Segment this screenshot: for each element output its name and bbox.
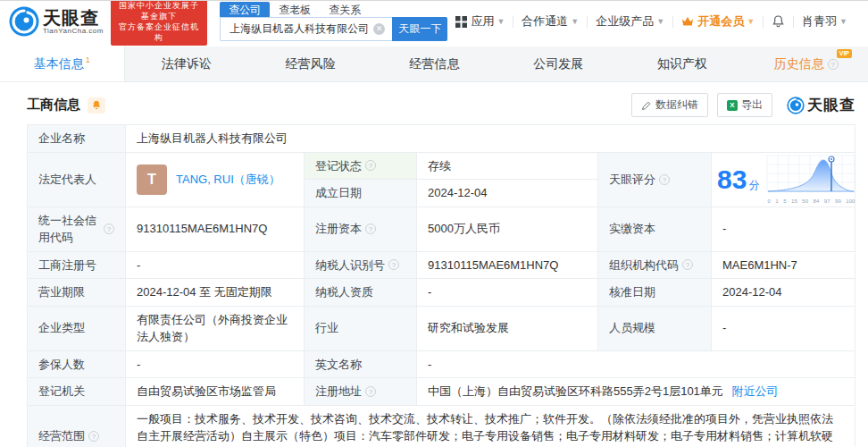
- table-row: 企业名称 上海纵目机器人科技有限公司: [28, 125, 855, 153]
- search-tab-relation[interactable]: 查关系: [320, 2, 370, 17]
- table-row: 登记机关 自由贸易试验区市场监管局 注册地址? 中国（上海）自由贸易试验区环科路…: [28, 378, 855, 406]
- tianyancha-logo-icon: [787, 97, 805, 114]
- help-icon[interactable]: ?: [365, 386, 376, 397]
- establish-date-value: 2024-12-04: [417, 180, 598, 207]
- field-label: 实缴资本: [598, 207, 712, 251]
- top-header: 天眼查 TianYanCha.com 国家中小企业发展子基金旗下 官方备案企业征…: [0, 1, 868, 42]
- company-type-value: 有限责任公司（外商投资企业法人独资）: [126, 306, 305, 350]
- field-label: 注册资本?: [305, 207, 417, 251]
- field-label: 统一社会信用代码?: [28, 207, 126, 251]
- field-label: 注册地址?: [305, 378, 417, 406]
- search-tab-company[interactable]: 查公司: [220, 2, 270, 17]
- taxpayer-quality-value: -: [417, 279, 598, 307]
- table-row: 经营范围? 一般项目：技术服务、技术开发、技术咨询、技术交流、技术转让、技术推广…: [28, 405, 855, 447]
- table-row: 企业类型 有限责任公司（外商投资企业法人独资） 行业 研究和试验发展 人员规模 …: [28, 306, 855, 350]
- business-info-table: 企业名称 上海纵目机器人科技有限公司 法定代表人 T TANG, RUI（唐锐）…: [27, 124, 855, 447]
- field-label: 企业类型: [28, 306, 126, 350]
- field-label: 成立日期: [305, 180, 417, 207]
- field-label: 组织机构代码?: [598, 251, 712, 279]
- company-name-value: 上海纵目机器人科技有限公司: [126, 125, 855, 153]
- top-nav: 应用▼ 合作通道▼ 企业级产品▼ 开通会员▼ 肖青羽▼: [447, 13, 855, 30]
- monitor-bell-chip[interactable]: [88, 97, 105, 114]
- nearby-companies-link[interactable]: 附近公司: [731, 384, 778, 398]
- industry-value: 研究和试验发展: [417, 306, 598, 350]
- nav-apps[interactable]: 应用▼: [447, 13, 513, 30]
- tab-intellectual-property[interactable]: 知识产权: [621, 46, 745, 81]
- help-icon[interactable]: ?: [682, 259, 693, 270]
- table-row: 参保人数 - 英文名称 -: [28, 350, 855, 378]
- tab-count-badge: 1: [86, 55, 90, 64]
- chevron-down-icon: ▼: [656, 17, 664, 26]
- help-icon[interactable]: ?: [659, 174, 670, 185]
- field-label: 英文名称: [305, 350, 417, 378]
- credit-code-value: 91310115MAE6M1HN7Q: [126, 207, 305, 251]
- search-area: 查公司 查老板 查关系 ✕ 天眼一下: [220, 2, 447, 41]
- help-icon[interactable]: ?: [388, 259, 399, 270]
- help-icon[interactable]: ?: [88, 431, 99, 442]
- bell-icon: [772, 14, 785, 29]
- table-row: 法定代表人 T TANG, RUI（唐锐） 登记状态? 存续 天眼评分? 83 …: [28, 152, 855, 180]
- field-label: 营业期限: [28, 279, 126, 307]
- company-tabs: 基本信息1 法律诉讼 经营风险 经营信息 公司发展 知识产权 VIP 历史信息?: [0, 46, 868, 82]
- help-icon[interactable]: ?: [104, 224, 114, 234]
- legal-rep-link[interactable]: TANG, RUI（唐锐）: [176, 171, 280, 189]
- table-row: 统一社会信用代码? 91310115MAE6M1HN7Q 注册资本? 5000万…: [28, 207, 855, 251]
- insured-count-value: -: [126, 350, 305, 378]
- field-label: 天眼评分?: [598, 152, 712, 207]
- section-header: 工商信息 数据纠错 X 导出 天眼查: [27, 93, 855, 117]
- nav-enterprise-products[interactable]: 企业级产品▼: [588, 13, 672, 30]
- logo-subtitle: TianYanCha.com: [43, 27, 104, 35]
- tab-company-development[interactable]: 公司发展: [497, 46, 621, 81]
- nav-cooperation[interactable]: 合作通道▼: [513, 13, 587, 30]
- help-icon[interactable]: ?: [828, 59, 839, 70]
- nav-user-account[interactable]: 肖青羽▼: [794, 13, 855, 30]
- field-label: 工商注册号: [28, 251, 126, 279]
- search-input[interactable]: [220, 17, 393, 41]
- field-label: 经营范围?: [28, 405, 126, 447]
- chevron-down-icon: ▼: [839, 17, 847, 26]
- tab-history-info[interactable]: VIP 历史信息?: [744, 46, 868, 81]
- tab-business-risk[interactable]: 经营风险: [248, 46, 372, 81]
- notification-bell[interactable]: [764, 14, 793, 29]
- logo-title: 天眼查: [43, 9, 104, 27]
- score-distribution-chart: 01 515 5084 9799 100: [766, 155, 855, 205]
- help-icon[interactable]: ?: [365, 224, 376, 234]
- field-label: 纳税人资质: [305, 279, 417, 307]
- chevron-down-icon: ▼: [497, 17, 505, 26]
- staff-size-value: -: [712, 306, 855, 350]
- score-axis-labels: 01 515 5084 9799 100: [766, 198, 855, 204]
- score-cell[interactable]: 83 分: [712, 152, 855, 207]
- export-button[interactable]: X 导出: [717, 93, 772, 117]
- reg-address-cell: 中国（上海）自由贸易试验区环科路555弄2号1层101单元 附近公司: [417, 378, 855, 406]
- business-scope-value: 一般项目：技术服务、技术开发、技术咨询、技术交流、技术转让、技术推广；软件开发。…: [126, 405, 855, 447]
- score-value: 83: [717, 166, 747, 193]
- reg-authority-value: 自由贸易试验区市场监管局: [126, 378, 305, 406]
- tianyancha-logo[interactable]: 天眼查 TianYanCha.com: [9, 6, 104, 37]
- data-correction-button[interactable]: 数据纠错: [631, 93, 708, 117]
- field-label: 企业名称: [28, 125, 126, 153]
- field-label: 纳税人识别号?: [305, 251, 417, 279]
- field-label: 法定代表人: [28, 152, 126, 207]
- chevron-down-icon: ▼: [571, 17, 579, 26]
- apps-grid-icon: [455, 16, 467, 28]
- chevron-down-icon: ▼: [747, 17, 755, 26]
- bell-icon: [91, 99, 102, 111]
- legal-rep-cell: T TANG, RUI（唐锐）: [126, 152, 305, 207]
- edit-icon: [641, 100, 652, 111]
- table-row: 营业期限 2024-12-04 至 无固定期限 纳税人资质 - 核准日期 202…: [28, 279, 855, 307]
- tab-business-info[interactable]: 经营信息: [372, 46, 497, 81]
- tab-basic-info[interactable]: 基本信息1: [0, 46, 125, 81]
- nav-open-vip[interactable]: 开通会员▼: [673, 13, 763, 30]
- section-brand-logo: 天眼查: [787, 95, 855, 115]
- help-icon[interactable]: ?: [365, 160, 376, 171]
- tab-legal-proceedings[interactable]: 法律诉讼: [125, 46, 249, 81]
- avatar[interactable]: T: [137, 164, 167, 195]
- reg-number-value: -: [126, 251, 305, 279]
- field-label: 登记机关: [28, 378, 126, 406]
- brand-name: 天眼查: [807, 95, 855, 115]
- taxpayer-id-value: 91310115MAE6M1HN7Q: [417, 251, 598, 279]
- search-button[interactable]: 天眼一下: [392, 17, 447, 41]
- search-tab-boss[interactable]: 查老板: [270, 2, 320, 17]
- table-row: 工商注册号 - 纳税人识别号? 91310115MAE6M1HN7Q 组织机构代…: [28, 251, 855, 279]
- section-title: 工商信息: [27, 97, 80, 114]
